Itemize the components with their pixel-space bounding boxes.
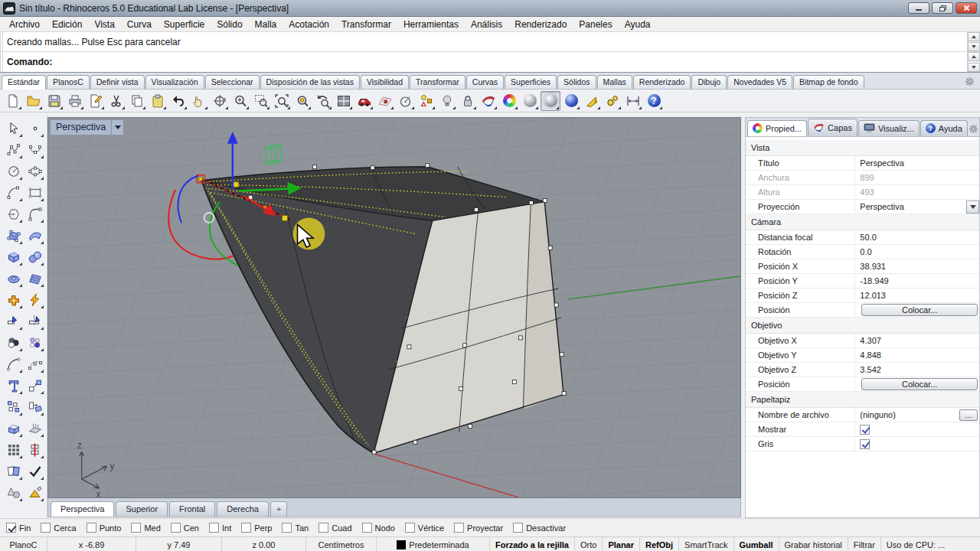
- new-file-button[interactable]: [3, 91, 23, 111]
- zoom-selected-button[interactable]: [292, 91, 312, 111]
- command-prompt-line[interactable]: Comando:: [0, 52, 980, 72]
- osnap-nodo[interactable]: Nodo: [362, 523, 395, 533]
- status-planar[interactable]: Planar: [603, 537, 640, 551]
- osnap-cuad[interactable]: Cuad: [318, 523, 351, 533]
- menu-acotacion[interactable]: Acotación: [283, 18, 335, 31]
- viewport-title[interactable]: Perspectiva: [51, 120, 123, 135]
- osnap-int[interactable]: Int: [209, 523, 231, 533]
- menu-renderizado[interactable]: Renderizado: [508, 18, 573, 31]
- render-preview-button[interactable]: [541, 91, 560, 111]
- command-spinner[interactable]: [967, 52, 980, 72]
- layers-tool-button[interactable]: [4, 461, 24, 481]
- toolbar-tab-transformar[interactable]: Transformar: [410, 75, 466, 89]
- status-forzado-a-la-rejilla[interactable]: Forzado a la rejilla: [490, 537, 575, 551]
- options-button[interactable]: [603, 91, 622, 111]
- shaded-viewport-button[interactable]: [479, 91, 498, 111]
- pan-button[interactable]: [189, 91, 209, 111]
- osnap-vertice-checkbox[interactable]: [405, 523, 415, 533]
- paste-button[interactable]: [148, 91, 168, 111]
- undo-button[interactable]: [168, 91, 188, 111]
- osnap-fin[interactable]: Fin: [6, 523, 31, 533]
- export-button[interactable]: [86, 91, 106, 111]
- minimize-button[interactable]: [908, 2, 929, 14]
- blend-curves-button[interactable]: [25, 354, 45, 374]
- posicion-colocar-button[interactable]: Colocar...: [861, 378, 978, 390]
- property-value[interactable]: Perspectiva: [855, 201, 979, 214]
- status-smarttrack[interactable]: SmartTrack: [679, 537, 733, 551]
- zoom-extents-button[interactable]: [272, 91, 292, 111]
- property-value[interactable]: 50.0: [855, 233, 979, 242]
- property-value[interactable]: Colocar...: [855, 303, 979, 317]
- osnap-desactivar-checkbox[interactable]: [513, 523, 523, 533]
- status-orto[interactable]: Orto: [575, 537, 603, 551]
- osnap-punto-checkbox[interactable]: [87, 523, 96, 533]
- control-point-curve-button[interactable]: [4, 140, 24, 160]
- curve-handles-button[interactable]: [25, 140, 45, 160]
- four-viewports-button[interactable]: [334, 91, 354, 111]
- property-value[interactable]: Colocar...: [855, 377, 979, 391]
- osnap-nodo-checkbox[interactable]: [362, 523, 372, 533]
- property-value[interactable]: [855, 439, 979, 449]
- osnap-vertice[interactable]: Vértice: [405, 523, 444, 533]
- measure-button[interactable]: [623, 91, 643, 111]
- viewport-title-dropdown[interactable]: [112, 120, 123, 135]
- osnap-cen-checkbox[interactable]: [171, 523, 181, 533]
- status-z-0-00[interactable]: z 0.00: [222, 537, 306, 551]
- osnap-cerca-checkbox[interactable]: [41, 523, 51, 533]
- toolbar-tab-bitmap-de-fondo[interactable]: Bitmap de fondo: [793, 75, 864, 89]
- projection-dropdown[interactable]: [966, 201, 979, 214]
- polygon-button[interactable]: [4, 204, 24, 224]
- command-scrollbar[interactable]: [967, 32, 980, 51]
- fillet-curves-button[interactable]: [4, 354, 24, 374]
- menu-solido[interactable]: Sólido: [211, 18, 248, 31]
- viewport-tab-derecha[interactable]: Derecha: [217, 501, 269, 517]
- circle-button[interactable]: [4, 161, 24, 181]
- osnap-int-checkbox[interactable]: [209, 523, 219, 533]
- boolean-union-button[interactable]: [4, 333, 24, 353]
- torus-button[interactable]: [4, 269, 24, 289]
- menu-edicion[interactable]: Edición: [46, 18, 88, 31]
- save-button[interactable]: [44, 91, 64, 111]
- points-on-surface-button[interactable]: [25, 419, 45, 439]
- menu-archivo[interactable]: Archivo: [3, 18, 46, 31]
- explode-curves-button[interactable]: [25, 290, 45, 310]
- undo-view-change-button[interactable]: [313, 91, 333, 111]
- menu-superficie[interactable]: Superficie: [158, 18, 211, 31]
- status-grabar-historial[interactable]: Grabar historial: [779, 537, 848, 551]
- move-scale-button[interactable]: [25, 376, 45, 396]
- spin-down-icon[interactable]: [968, 63, 980, 72]
- rectangle-button[interactable]: [25, 183, 45, 203]
- notifications-button[interactable]: [582, 91, 602, 111]
- osnap-tan-checkbox[interactable]: [282, 523, 292, 533]
- section-button[interactable]: [25, 440, 45, 460]
- selection-filter-button[interactable]: [416, 91, 436, 111]
- property-value[interactable]: 38.931: [855, 262, 979, 271]
- select-button[interactable]: [4, 119, 24, 139]
- point-button[interactable]: [25, 119, 45, 139]
- check-objects-button[interactable]: [25, 461, 45, 481]
- browse-file-button[interactable]: ...: [959, 409, 978, 421]
- toolbar-tab-visualizacion[interactable]: Visualización: [145, 75, 204, 89]
- curve-fillet-button[interactable]: [25, 204, 45, 224]
- hide-objects-button[interactable]: [437, 91, 457, 111]
- print-button[interactable]: [65, 91, 85, 111]
- toolbar-tab-definir-vista[interactable]: Definir vista: [90, 75, 145, 89]
- osnap-med[interactable]: Med: [131, 523, 160, 533]
- menu-herramientas[interactable]: Herramientas: [397, 18, 465, 31]
- status-x-6-89[interactable]: x -6.89: [47, 537, 136, 551]
- osnap-fin-checkbox[interactable]: [6, 523, 16, 533]
- viewport-tab-superior[interactable]: Superior: [116, 501, 168, 517]
- move-button[interactable]: [354, 91, 374, 111]
- array-button[interactable]: [4, 440, 24, 460]
- arc-button[interactable]: [4, 183, 24, 203]
- property-value[interactable]: 3.542: [855, 365, 979, 374]
- posicion-colocar-button[interactable]: Colocar...: [861, 304, 978, 316]
- osnap-proyectar[interactable]: Proyectar: [454, 523, 503, 533]
- status-filtrar[interactable]: Filtrar: [848, 537, 881, 551]
- circle-tool-button[interactable]: [396, 91, 416, 111]
- toolbar-tab-renderizado[interactable]: Renderizado: [633, 75, 691, 89]
- toolbar-gear-icon[interactable]: [963, 75, 975, 87]
- property-value[interactable]: 12.013: [855, 291, 979, 300]
- toolbar-tab-seleccionar[interactable]: Seleccionar: [205, 75, 260, 89]
- viewport-tab-frontal[interactable]: Frontal: [169, 501, 215, 517]
